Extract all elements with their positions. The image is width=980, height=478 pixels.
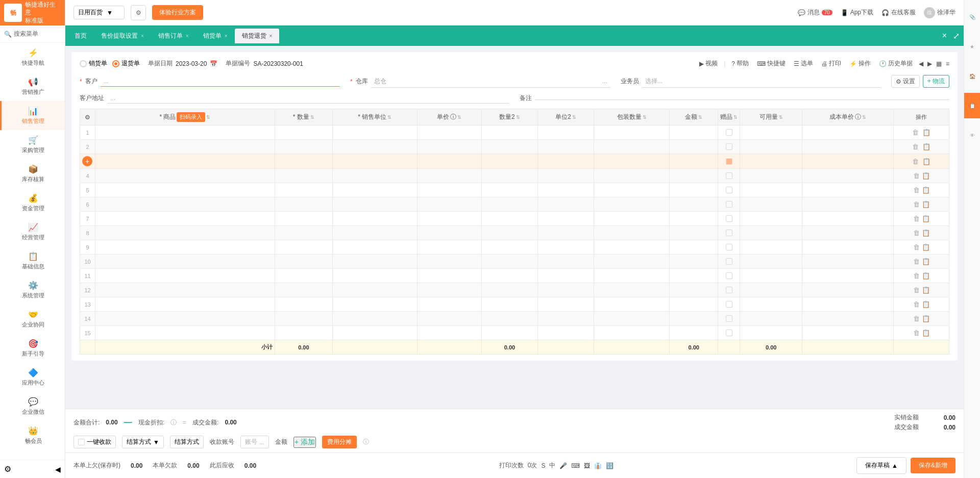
user-menu[interactable]: 徐 徐泽华 (924, 7, 955, 18)
gift-checkbox[interactable] (726, 315, 732, 322)
gear-icon[interactable]: ⚙ (85, 114, 90, 121)
gift-checkbox[interactable] (726, 301, 732, 308)
save-new-button[interactable]: 保存&新增 (911, 458, 955, 473)
salesperson-input[interactable]: 选择... (642, 76, 881, 88)
calendar-icon[interactable]: 📅 (210, 60, 217, 67)
sort-icon[interactable]: ⇅ (206, 115, 210, 120)
right-panel-btn-4[interactable]: 📋 (964, 93, 981, 118)
delete-row-button[interactable]: 🗑 (912, 228, 921, 238)
sidebar-item-operations[interactable]: 📈 经营管理 (0, 217, 65, 246)
gift-checkbox[interactable] (726, 258, 732, 265)
select-action-btn[interactable]: ☰ 选单 (792, 58, 815, 69)
online-service-button[interactable]: 🎧 在线客服 (881, 8, 916, 17)
sidebar-item-member[interactable]: 👑 畅会员 (0, 421, 65, 450)
copy-row-button[interactable]: 📋 (921, 128, 932, 137)
tab-close-sale-delivery[interactable]: × (225, 33, 228, 39)
right-panel-btn-1[interactable]: 📎 (966, 4, 978, 30)
history-action-btn[interactable]: 🕐 历史单据 (877, 58, 915, 69)
tab-close-sale-order[interactable]: × (186, 33, 189, 39)
copy-row-button[interactable]: 📋 (921, 271, 931, 281)
copy-row-button[interactable]: 📋 (921, 314, 931, 323)
sidebar-item-purchase[interactable]: 🛒 采购管理 (0, 130, 65, 159)
copy-row-button[interactable]: 📋 (921, 214, 931, 223)
add-payment-button[interactable]: + 添加 (293, 437, 316, 448)
customer-address-input[interactable]: ... (107, 93, 509, 104)
delete-row-button[interactable]: 🗑 (912, 314, 921, 323)
right-panel-btn-2[interactable]: ★ (966, 34, 978, 59)
copy-row-button[interactable]: 📋 (921, 285, 931, 295)
gift-checkbox[interactable] (726, 143, 732, 150)
delete-row-button[interactable]: 🗑 (912, 185, 921, 195)
nav-prev-icon[interactable]: ◀ (919, 60, 923, 67)
sidebar-item-apps[interactable]: 🔷 应用中心 (0, 363, 65, 392)
checkbox-icon[interactable] (78, 439, 85, 445)
delete-row-button[interactable]: 🗑 (912, 199, 921, 209)
copy-row-button[interactable]: 📋 (921, 157, 932, 166)
copy-row-button[interactable]: 📋 (921, 199, 931, 209)
copy-row-button[interactable]: 📋 (921, 299, 931, 309)
tab-sale-return[interactable]: 销货退货 × (235, 29, 280, 43)
radio-return[interactable]: 退货单 (112, 59, 140, 68)
gift-checkbox[interactable] (726, 215, 732, 222)
grid-view-icon[interactable]: ▦ (936, 60, 942, 67)
nav-next-icon[interactable]: ▶ (927, 60, 932, 67)
sidebar-item-inventory[interactable]: 📦 库存核算 (0, 159, 65, 188)
help-action-btn[interactable]: ? 帮助 (729, 58, 751, 69)
sidebar-item-basic[interactable]: 📋 基础信息 (0, 246, 65, 275)
customer-input[interactable]: ... (101, 76, 340, 87)
sidebar-item-guide[interactable]: 🎯 新手引导 (0, 334, 65, 363)
print-action-btn[interactable]: 🖨 打印 (819, 58, 843, 69)
warehouse-input[interactable]: 总仓 ... (371, 76, 610, 88)
tab-home[interactable]: 首页 (67, 29, 94, 43)
experience-cta-button[interactable]: 体验行业方案 (152, 5, 203, 20)
tab-sale-delivery[interactable]: 销货单 × (196, 29, 235, 43)
setup-button[interactable]: ⚙ 设置 (891, 75, 920, 88)
sidebar-collapse-icon[interactable]: ◀ (55, 465, 61, 473)
gift-checkbox[interactable] (726, 230, 732, 236)
delete-row-button[interactable]: 🗑 (912, 214, 921, 223)
calc-method-button[interactable]: 结算方式 ▼ (122, 436, 164, 448)
delete-row-button[interactable]: 🗑 (912, 171, 921, 181)
logistics-button[interactable]: + 物流 (923, 75, 949, 88)
save-draft-button[interactable]: 保存草稿 ▲ (856, 457, 906, 474)
sidebar-settings-icon[interactable]: ⚙ (4, 464, 11, 474)
delete-row-button[interactable]: 🗑 (911, 142, 920, 152)
close-tab-button[interactable]: × (940, 30, 949, 42)
shortcut-action-btn[interactable]: ⌨ 快捷键 (755, 58, 788, 69)
industry-select[interactable]: 日用百货 ▼ (74, 6, 125, 19)
copy-row-button[interactable]: 📋 (921, 228, 931, 238)
topbar-gear-button[interactable]: ⚙ (131, 5, 146, 20)
app-download-button[interactable]: 📱 App下载 (841, 8, 873, 17)
sidebar-item-finance[interactable]: 💰 资金管理 (0, 188, 65, 217)
gift-checkbox[interactable] (726, 187, 732, 193)
sidebar-item-marketing[interactable]: 📢 营销推广 (0, 72, 65, 101)
list-view-icon[interactable]: ≡ (946, 60, 949, 67)
delete-row-button[interactable]: 🗑 (911, 157, 920, 166)
gift-checkbox[interactable] (726, 129, 732, 136)
delete-row-button[interactable]: 🗑 (912, 271, 921, 281)
product-input-active[interactable] (97, 158, 273, 165)
gift-checkbox[interactable] (726, 201, 732, 208)
copy-row-button[interactable]: 📋 (921, 328, 931, 338)
copy-row-button[interactable]: 📋 (921, 257, 931, 266)
messages-button[interactable]: 💬 消息 70 (798, 8, 832, 17)
tab-close-sale-price[interactable]: × (141, 33, 144, 39)
radio-delivery[interactable]: 销货单 (80, 59, 107, 68)
account-input[interactable]: 账号 ... (240, 436, 269, 448)
delete-row-button[interactable]: 🗑 (912, 242, 921, 252)
delete-row-button[interactable]: 🗑 (912, 285, 921, 295)
sidebar-item-system[interactable]: ⚙️ 系统管理 (0, 275, 65, 305)
copy-row-button[interactable]: 📋 (921, 142, 932, 152)
sidebar-item-wechat[interactable]: 💬 企业微信 (0, 392, 65, 421)
copy-row-button[interactable]: 📋 (921, 242, 931, 252)
delete-row-button[interactable]: 🗑 (911, 128, 920, 137)
sidebar-item-shortcuts[interactable]: ⚡ 快捷导航 (0, 43, 65, 72)
tab-sale-price[interactable]: 售价提取设置 × (94, 29, 151, 43)
restore-tab-button[interactable]: ⤢ (951, 30, 962, 42)
gift-checkbox[interactable] (726, 172, 732, 179)
sidebar-item-sales[interactable]: 📊 销售管理 (0, 101, 65, 130)
gift-checkbox[interactable] (726, 272, 732, 279)
copy-row-button[interactable]: 📋 (921, 185, 931, 195)
gift-checkbox[interactable] (726, 330, 732, 336)
one-click-payment-button[interactable]: 一键收款 (74, 436, 116, 448)
